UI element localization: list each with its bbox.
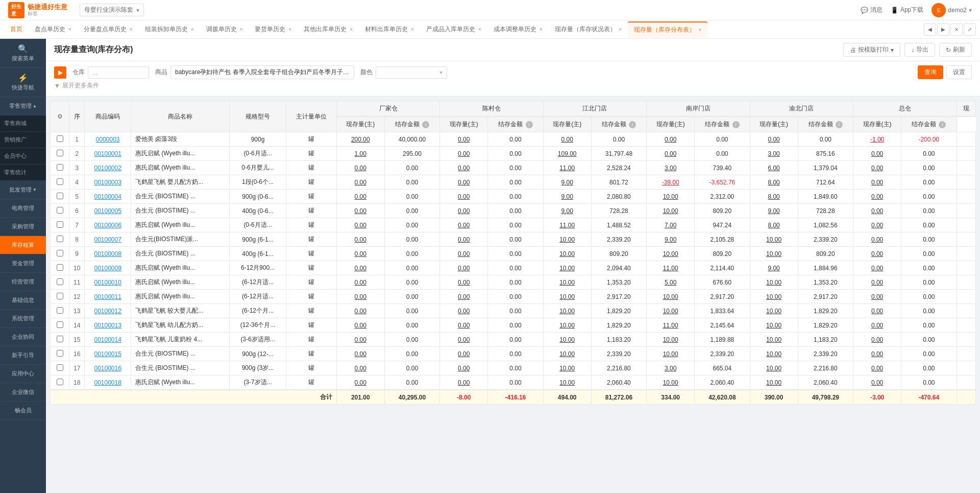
sidebar-item-operations[interactable]: 经营管理 [0, 273, 46, 291]
tab-5[interactable]: 要货单历史 × [249, 21, 298, 38]
tab-3[interactable]: 组装拆卸单历史 × [139, 21, 200, 38]
print-btn[interactable]: 🖨 按模版打印 ▾ [843, 43, 900, 57]
sidebar-subitem-member[interactable]: 会员中心 [0, 148, 46, 165]
message-btn[interactable]: 💬 消息 [861, 6, 883, 14]
row-jb-stock[interactable]: 9.00 [543, 190, 591, 204]
row-na-stock[interactable]: 10.00 [647, 204, 695, 218]
row-checkbox[interactable] [51, 333, 69, 347]
row-chen-stock[interactable]: 0.00 [440, 218, 488, 232]
tab-9-close[interactable]: × [540, 27, 543, 32]
row-chen-stock[interactable]: 0.00 [440, 175, 488, 190]
row-total-stock[interactable]: 0.00 [853, 304, 901, 318]
row-fac-stock[interactable]: 0.00 [336, 375, 384, 390]
tab-2-close[interactable]: × [130, 27, 133, 32]
row-yb-stock[interactable]: 10.00 [750, 232, 798, 247]
row-total-stock[interactable]: -1.00 [853, 132, 901, 147]
row-code[interactable]: 00100007 [85, 232, 131, 247]
row-chen-stock[interactable]: 0.00 [440, 247, 488, 261]
sidebar-item-purchase[interactable]: 采购管理 [0, 218, 46, 236]
row-na-stock[interactable]: 10.00 [647, 304, 695, 318]
total-amt-info[interactable]: i [939, 121, 946, 128]
tab-6-close[interactable]: × [350, 27, 353, 32]
row-yb-stock[interactable]: 10.00 [750, 347, 798, 361]
query-btn[interactable]: 查询 [918, 65, 943, 79]
row-fac-stock[interactable]: 0.00 [336, 261, 384, 275]
row-jb-stock[interactable]: 10.00 [543, 304, 591, 318]
row-checkbox[interactable] [51, 261, 69, 275]
sidebar-subitem-retail-mall[interactable]: 零售商城 [0, 115, 46, 132]
row-checkbox[interactable] [51, 132, 69, 147]
row-jb-stock[interactable]: 11.00 [543, 218, 591, 232]
row-checkbox[interactable] [51, 275, 69, 290]
sidebar-item-inventory[interactable]: 库存核算 [0, 236, 46, 254]
row-jb-stock[interactable]: 10.00 [543, 247, 591, 261]
row-yb-stock[interactable]: 6.00 [750, 161, 798, 175]
row-na-stock[interactable]: -39.00 [647, 175, 695, 190]
row-yb-stock[interactable]: 9.00 [750, 261, 798, 275]
row-yb-stock[interactable]: 8.00 [750, 175, 798, 190]
row-yb-stock[interactable]: 0.00 [750, 132, 798, 147]
settings-btn[interactable]: 设置 [946, 65, 972, 79]
row-total-stock[interactable]: 0.00 [853, 261, 901, 275]
row-na-stock[interactable]: 7.00 [647, 218, 695, 232]
row-chen-stock[interactable]: 0.00 [440, 275, 488, 290]
tab-2[interactable]: 分量盘点单历史 × [78, 21, 139, 38]
tab-3-close[interactable]: × [191, 27, 194, 32]
row-total-stock[interactable]: 0.00 [853, 361, 901, 375]
row-na-stock[interactable]: 0.00 [647, 147, 695, 161]
row-fac-stock[interactable]: 0.00 [336, 318, 384, 333]
row-jb-stock[interactable]: 11.00 [543, 161, 591, 175]
tab-6[interactable]: 其他出库单历史 × [298, 21, 359, 38]
row-total-stock[interactable]: 0.00 [853, 318, 901, 333]
row-jb-stock[interactable]: 10.00 [543, 290, 591, 304]
row-chen-stock[interactable]: 0.00 [440, 318, 488, 333]
tab-11[interactable]: 现存量（库存分布表） × [628, 21, 707, 38]
row-jb-stock[interactable]: 10.00 [543, 318, 591, 333]
row-na-stock[interactable]: 10.00 [647, 333, 695, 347]
row-total-stock[interactable]: 0.00 [853, 218, 901, 232]
row-code[interactable]: 00100010 [85, 275, 131, 290]
row-jb-stock[interactable]: 10.00 [543, 361, 591, 375]
row-jb-stock[interactable]: 10.00 [543, 261, 591, 275]
sidebar-item-nav[interactable]: ⚡ 快捷导航 [0, 68, 46, 97]
warehouse-input[interactable]: ... [88, 66, 149, 79]
row-fac-stock[interactable]: 0.00 [336, 304, 384, 318]
tab-10[interactable]: 现存量（库存状况表） × [549, 21, 628, 38]
tab-4[interactable]: 调拨单历史 × [200, 21, 249, 38]
row-total-stock[interactable]: 0.00 [853, 161, 901, 175]
row-fac-stock[interactable]: 0.00 [336, 232, 384, 247]
row-fac-stock[interactable]: 0.00 [336, 204, 384, 218]
sidebar-item-ecommerce[interactable]: 电商管理 [0, 199, 46, 218]
row-fac-stock[interactable]: 0.00 [336, 347, 384, 361]
row-checkbox[interactable] [51, 347, 69, 361]
row-total-stock[interactable]: 0.00 [853, 175, 901, 190]
row-checkbox[interactable] [51, 361, 69, 375]
row-chen-stock[interactable]: 0.00 [440, 304, 488, 318]
tab-expand-btn[interactable]: ⤢ [964, 24, 976, 36]
row-na-stock[interactable]: 9.00 [647, 232, 695, 247]
row-na-stock[interactable]: 11.00 [647, 261, 695, 275]
app-download-btn[interactable]: 📱 App下载 [891, 6, 923, 14]
row-fac-stock[interactable]: 0.00 [336, 175, 384, 190]
row-code[interactable]: 00100013 [85, 318, 131, 333]
color-input[interactable]: ▾ [376, 66, 447, 79]
row-jb-stock[interactable]: 10.00 [543, 347, 591, 361]
row-code[interactable]: 00100001 [85, 147, 131, 161]
tab-5-close[interactable]: × [288, 27, 291, 32]
tab-8-close[interactable]: × [478, 27, 481, 32]
user-menu[interactable]: E demo2 ▾ [932, 3, 972, 17]
row-fac-stock[interactable]: 200.00 [336, 132, 384, 147]
row-checkbox[interactable] [51, 318, 69, 333]
row-checkbox[interactable] [51, 204, 69, 218]
row-yb-stock[interactable]: 10.00 [750, 375, 798, 390]
row-total-stock[interactable]: 0.00 [853, 147, 901, 161]
product-input[interactable]: babycare孕妇待产包 春季入院全套母子组合孕妇产后冬季月子用品 22件套 … [170, 65, 354, 79]
tab-7-close[interactable]: × [411, 27, 414, 32]
filter-expand-btn[interactable]: ▶ [54, 66, 66, 79]
tab-next-btn[interactable]: ▶ [937, 24, 949, 36]
tab-11-close[interactable]: × [698, 27, 701, 33]
refresh-btn[interactable]: ↻ 刷新 [939, 43, 972, 57]
row-na-stock[interactable]: 5.00 [647, 275, 695, 290]
row-yb-stock[interactable]: 10.00 [750, 304, 798, 318]
tab-home[interactable]: 首页 [4, 21, 29, 38]
